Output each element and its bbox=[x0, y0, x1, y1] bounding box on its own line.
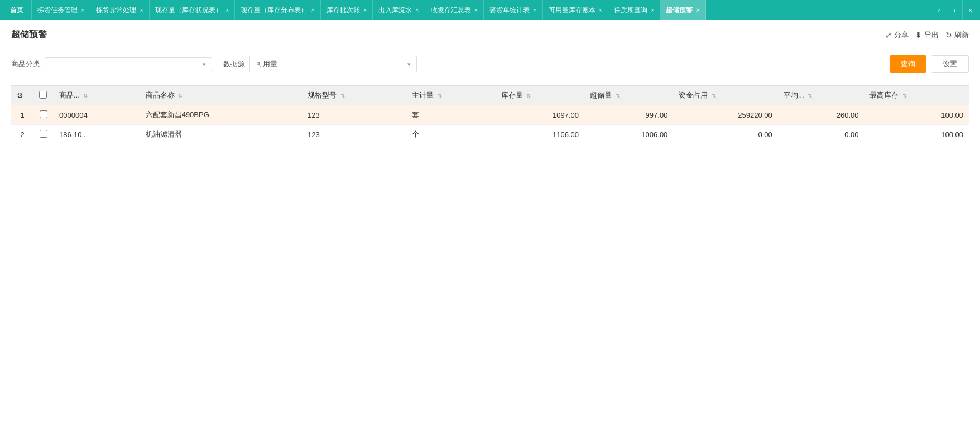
sort-icon-unit: ⇅ bbox=[438, 93, 442, 99]
nav-tab-4[interactable]: 现存量（库存分布表） × bbox=[235, 0, 320, 20]
row-name-2: 机油滤清器 bbox=[140, 125, 302, 144]
row-code-2: 186-10... bbox=[54, 125, 140, 144]
row-spec-1: 123 bbox=[302, 105, 406, 125]
export-button[interactable]: ⬇ 导出 bbox=[915, 30, 939, 40]
th-over[interactable]: 超储量 ⇅ bbox=[584, 86, 673, 105]
share-button[interactable]: ⤢ 分享 bbox=[885, 30, 909, 40]
close-tab-7[interactable]: × bbox=[474, 7, 478, 13]
close-tab-6[interactable]: × bbox=[415, 7, 419, 13]
close-tab-3[interactable]: × bbox=[225, 7, 229, 13]
sort-icon-code: ⇅ bbox=[83, 93, 88, 99]
row-avg-2: 0.00 bbox=[778, 125, 864, 144]
filter-actions: 查询 设置 bbox=[890, 55, 969, 73]
nav-home[interactable]: 首页 bbox=[2, 0, 32, 20]
close-tab-11[interactable]: × bbox=[696, 7, 699, 13]
row-stock-2: 1106.00 bbox=[496, 125, 584, 144]
table-row: 2 186-10... 机油滤清器 123 个 1106.00 1006.00 … bbox=[11, 125, 969, 144]
row-unit-2: 个 bbox=[406, 125, 495, 144]
th-gear[interactable]: ⚙ bbox=[11, 86, 33, 105]
set-button[interactable]: 设置 bbox=[931, 55, 969, 73]
row-checkbox-1[interactable] bbox=[40, 110, 47, 118]
nav-tab-9[interactable]: 可用量库存账本 × bbox=[543, 0, 608, 20]
select-all-checkbox[interactable] bbox=[39, 91, 47, 99]
nav-menu-btn[interactable]: × bbox=[962, 0, 978, 20]
nav-arrows: ‹ › × bbox=[931, 0, 978, 20]
row-maxstock-2: 100.00 bbox=[864, 125, 969, 144]
row-name-1: 六配套新昌490BPG bbox=[140, 105, 302, 125]
sort-icon-stock: ⇅ bbox=[526, 93, 531, 99]
close-tab-9[interactable]: × bbox=[599, 7, 602, 13]
row-capital-1: 259220.00 bbox=[673, 105, 777, 125]
th-unit[interactable]: 主计量 ⇅ bbox=[406, 86, 495, 105]
th-avg[interactable]: 平均... ⇅ bbox=[778, 86, 864, 105]
datasource-filter: 数据源 可用量 ▾ bbox=[223, 56, 417, 72]
row-index-2: 2 bbox=[11, 125, 33, 144]
close-tab-10[interactable]: × bbox=[651, 7, 654, 13]
row-stock-1: 1097.00 bbox=[496, 105, 584, 125]
nav-tab-6[interactable]: 出入库流水 × bbox=[373, 0, 425, 20]
category-label: 商品分类 bbox=[11, 59, 40, 69]
row-maxstock-1: 100.00 bbox=[864, 105, 969, 125]
top-nav: 首页 拣货任务管理 × 拣货异常处理 × 现存量（库存状况表） × 现存量（库存… bbox=[0, 0, 980, 20]
nav-tab-11[interactable]: 超储预警 × bbox=[660, 0, 705, 20]
row-capital-2: 0.00 bbox=[673, 125, 777, 144]
th-name[interactable]: 商品名称 ⇅ bbox=[140, 86, 302, 105]
sort-icon-avg: ⇅ bbox=[808, 93, 812, 99]
sort-icon-name: ⇅ bbox=[178, 93, 182, 99]
row-spec-2: 123 bbox=[302, 125, 406, 144]
nav-tab-8[interactable]: 要货单统计表 × bbox=[484, 0, 542, 20]
row-checkbox-2[interactable] bbox=[40, 130, 47, 138]
page-header: 超储预警 ⤢ 分享 ⬇ 导出 ↻ 刷新 bbox=[11, 29, 969, 41]
table-body: 1 0000004 六配套新昌490BPG 123 套 1097.00 997.… bbox=[11, 105, 969, 144]
filter-bar: 商品分类 ▾ 数据源 可用量 ▾ 查询 设置 bbox=[11, 50, 969, 79]
header-actions: ⤢ 分享 ⬇ 导出 ↻ 刷新 bbox=[885, 30, 969, 40]
table-row: 1 0000004 六配套新昌490BPG 123 套 1097.00 997.… bbox=[11, 105, 969, 125]
sort-icon-capital: ⇅ bbox=[712, 93, 716, 99]
nav-tab-2[interactable]: 拣货异常处理 × bbox=[90, 0, 149, 20]
row-over-1: 997.00 bbox=[584, 105, 673, 125]
nav-prev-btn[interactable]: ‹ bbox=[931, 0, 947, 20]
table-header-row: ⚙ 商品... ⇅ 商品名称 ⇅ 规格型号 ⇅ 主计量 bbox=[11, 86, 969, 105]
nav-tab-10[interactable]: 保质期查询 × bbox=[608, 0, 660, 20]
close-tab-4[interactable]: × bbox=[311, 7, 314, 13]
th-stock[interactable]: 库存量 ⇅ bbox=[496, 86, 584, 105]
th-capital[interactable]: 资金占用 ⇅ bbox=[673, 86, 777, 105]
row-code-1: 0000004 bbox=[54, 105, 140, 125]
nav-next-btn[interactable]: › bbox=[947, 0, 962, 20]
th-maxstock[interactable]: 最高库存 ⇅ bbox=[864, 86, 969, 105]
page-container: 超储预警 ⤢ 分享 ⬇ 导出 ↻ 刷新 商品分类 ▾ 数据源 bbox=[0, 20, 980, 446]
query-button[interactable]: 查询 bbox=[890, 55, 926, 73]
datasource-label: 数据源 bbox=[223, 59, 245, 69]
th-check[interactable] bbox=[33, 86, 54, 105]
row-index-1: 1 bbox=[11, 105, 33, 125]
close-tab-1[interactable]: × bbox=[81, 7, 84, 13]
th-code[interactable]: 商品... ⇅ bbox=[54, 86, 140, 105]
sort-icon-spec: ⇅ bbox=[340, 93, 345, 99]
row-check-1[interactable] bbox=[33, 105, 54, 125]
nav-tab-7[interactable]: 收发存汇总表 × bbox=[425, 0, 484, 20]
page-title: 超储预警 bbox=[11, 29, 47, 41]
close-tab-5[interactable]: × bbox=[363, 7, 367, 13]
row-avg-1: 260.00 bbox=[778, 105, 864, 125]
sort-icon-maxstock: ⇅ bbox=[902, 93, 907, 99]
export-icon: ⬇ bbox=[915, 31, 922, 40]
row-over-2: 1006.00 bbox=[584, 125, 673, 144]
sort-icon-over: ⇅ bbox=[616, 93, 620, 99]
datasource-value: 可用量 bbox=[256, 59, 277, 69]
category-select[interactable]: ▾ bbox=[45, 57, 212, 71]
nav-tab-3[interactable]: 现存量（库存状况表） × bbox=[150, 0, 235, 20]
datasource-select[interactable]: 可用量 ▾ bbox=[249, 56, 417, 72]
refresh-icon: ↻ bbox=[945, 31, 952, 40]
close-tab-8[interactable]: × bbox=[533, 7, 536, 13]
row-check-2[interactable] bbox=[33, 125, 54, 144]
datasource-chevron-icon: ▾ bbox=[407, 61, 411, 68]
nav-tab-5[interactable]: 库存批次账 × bbox=[321, 0, 373, 20]
category-filter: 商品分类 ▾ bbox=[11, 57, 212, 71]
refresh-button[interactable]: ↻ 刷新 bbox=[945, 30, 969, 40]
th-spec[interactable]: 规格型号 ⇅ bbox=[302, 86, 406, 105]
row-unit-1: 套 bbox=[406, 105, 495, 125]
close-tab-2[interactable]: × bbox=[140, 7, 143, 13]
nav-tab-1[interactable]: 拣货任务管理 × bbox=[32, 0, 90, 20]
category-chevron-icon: ▾ bbox=[203, 61, 206, 68]
share-icon: ⤢ bbox=[885, 31, 892, 40]
